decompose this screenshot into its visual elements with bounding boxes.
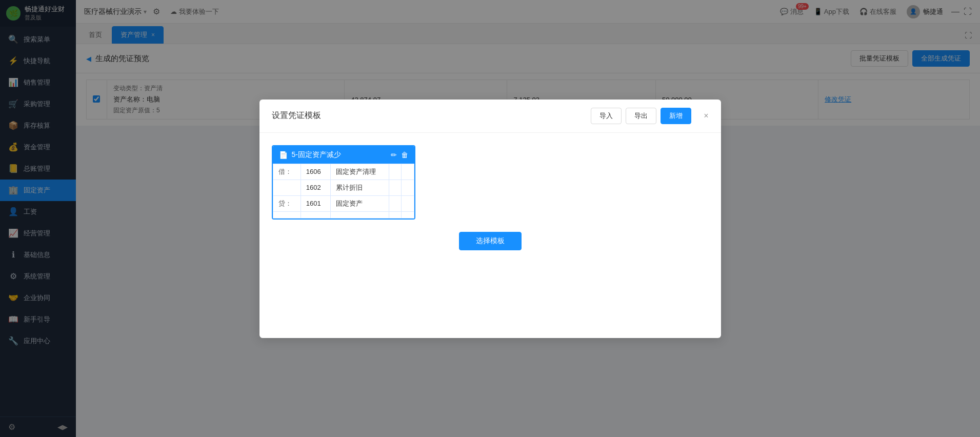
voucher-template-modal: 设置凭证模板 导入 导出 新增 × 📄 5-固定资产减少 (259, 100, 721, 338)
entry-code-1: 1606 (301, 164, 330, 180)
export-btn[interactable]: 导出 (626, 108, 656, 124)
entry-name-1: 固定资产清理 (330, 164, 389, 180)
entry-type-1: 借： (273, 164, 301, 180)
template-id-name: 5-固定资产减少 (292, 150, 341, 160)
entry-type-3: 贷： (273, 195, 301, 211)
modal-actions: 导入 导出 新增 × (591, 108, 708, 124)
template-row-1: 借： 1606 固定资产清理 (273, 164, 414, 180)
new-template-btn[interactable]: 新增 (661, 108, 691, 124)
template-row-2: 1602 累计折旧 (273, 180, 414, 195)
entry-credit-3 (402, 195, 414, 211)
entry-code-4 (301, 211, 330, 218)
entry-credit-1 (402, 164, 414, 180)
entry-debit-1 (389, 164, 401, 180)
modal-overlay: 设置凭证模板 导入 导出 新增 × 📄 5-固定资产减少 (0, 0, 980, 437)
entry-name-4 (330, 211, 389, 218)
entry-type-2 (273, 180, 301, 195)
modal-title: 设置凭证模板 (272, 110, 321, 121)
template-row-4 (273, 211, 414, 218)
template-footer: 选择模板 (272, 232, 709, 250)
template-card-body: 借： 1606 固定资产清理 1602 累计折旧 (273, 164, 414, 218)
select-template-btn[interactable]: 选择模板 (459, 232, 522, 250)
modal-header: 设置凭证模板 导入 导出 新增 × (259, 100, 721, 133)
entry-debit-4 (389, 211, 401, 218)
template-header-left: 📄 5-固定资产减少 (279, 150, 341, 160)
entry-credit-2 (402, 180, 414, 195)
modal-body: 📄 5-固定资产减少 ✏ 🗑 借： (259, 133, 721, 338)
entry-name-3: 固定资产 (330, 195, 389, 211)
template-grid: 📄 5-固定资产减少 ✏ 🗑 借： (272, 145, 709, 220)
entry-code-3: 1601 (301, 195, 330, 211)
template-card-header: 📄 5-固定资产减少 ✏ 🗑 (273, 146, 414, 164)
template-delete-icon[interactable]: 🗑 (401, 151, 408, 159)
entry-name-2: 累计折旧 (330, 180, 389, 195)
entry-code-2: 1602 (301, 180, 330, 195)
template-doc-icon: 📄 (279, 151, 288, 159)
entry-credit-4 (402, 211, 414, 218)
template-row-3: 贷： 1601 固定资产 (273, 195, 414, 211)
template-edit-icon[interactable]: ✏ (391, 151, 397, 159)
modal-close-btn[interactable]: × (704, 111, 708, 121)
template-entries-table: 借： 1606 固定资产清理 1602 累计折旧 (273, 164, 414, 218)
entry-debit-3 (389, 195, 401, 211)
template-card: 📄 5-固定资产减少 ✏ 🗑 借： (272, 145, 415, 220)
import-btn[interactable]: 导入 (591, 108, 622, 124)
entry-debit-2 (389, 180, 401, 195)
template-header-actions: ✏ 🗑 (391, 151, 408, 159)
entry-type-4 (273, 211, 301, 218)
